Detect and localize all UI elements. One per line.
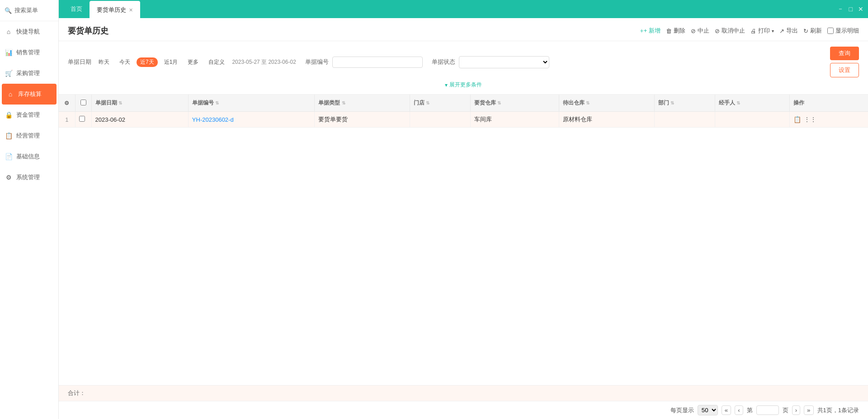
export-button[interactable]: ↗ 导出 [779,27,798,35]
row-doc-type: 要货单要货 [315,112,410,128]
shortcut-last7days[interactable]: 近7天 [137,57,158,67]
next-page-button[interactable]: › [792,405,800,415]
first-page-button[interactable]: « [722,405,731,415]
sidebar-item-sales[interactable]: 📊 销售管理 [0,42,58,63]
main-area: 首页 要货单历史 ✕ － □ ✕ 要货单历史 ＋ + 新增 🗑 删除 [59,0,868,419]
row-checkbox-cell[interactable] [75,112,91,128]
sort-icon: ⇅ [215,100,219,105]
sidebar-item-quick-nav[interactable]: ⌂ 快捷导航 [0,21,58,42]
row-doc-number: YH-20230602-d [188,112,314,128]
th-checkbox[interactable] [75,95,91,112]
settings-button[interactable]: 设置 [830,63,859,77]
per-page-select[interactable]: 50 [698,405,718,415]
sort-icon: ⇅ [586,100,590,105]
filter-doc-date: 单据日期 昨天 今天 近7天 近1月 更多 自定义 2023-05-27 至 2… [68,57,296,67]
print-button[interactable]: 🖨 打印 ▾ [750,27,774,35]
sort-icon: ⇅ [426,100,429,105]
th-doc-date[interactable]: 单据日期 ⇅ [91,95,188,112]
cancel-stop-icon: ⊘ [715,28,720,34]
sidebar-item-inventory[interactable]: ⌂ 库存核算 [2,84,57,105]
shortcut-custom[interactable]: 自定义 [205,57,228,67]
sidebar-search[interactable]: 🔍 搜索菜单 [0,0,58,21]
filter-area: 单据日期 昨天 今天 近7天 近1月 更多 自定义 2023-05-27 至 2… [59,41,868,95]
shortcut-today[interactable]: 今天 [116,57,134,67]
print-dropdown-icon[interactable]: ▾ [772,29,774,33]
tab-close-icon[interactable]: ✕ [129,7,133,13]
sort-icon: ⇅ [670,100,674,105]
row-req-warehouse: 车间库 [471,112,559,128]
more-icon[interactable]: ⋮⋮ [804,116,816,123]
display-cells-checkbox[interactable] [827,28,834,34]
prev-page-button[interactable]: ‹ [735,405,743,415]
settings-icon: ⚙ [64,100,69,106]
th-department[interactable]: 部门 ⇅ [654,95,715,112]
select-all-checkbox[interactable] [80,100,86,105]
last-page-button[interactable]: » [804,405,813,415]
stop-icon: ⊘ [691,28,696,34]
stop-button[interactable]: ⊘ 中止 [691,27,709,35]
tab-home-label: 首页 [71,5,82,13]
row-num: 1 [59,112,75,128]
sidebar-item-purchase[interactable]: 🛒 采购管理 [0,63,58,84]
page-title: 要货单历史 [68,25,108,36]
th-settings[interactable]: ⚙ [59,95,75,112]
view-icon[interactable]: 📋 [793,116,801,123]
maximize-button[interactable]: □ [849,5,853,13]
minimize-button[interactable]: － [837,5,844,13]
th-store[interactable]: 门店 ⇅ [410,95,470,112]
sort-icon: ⇅ [342,100,345,105]
sidebar-item-operations[interactable]: 📋 经营管理 [0,125,58,146]
sidebar-item-system[interactable]: ⚙ 系统管理 [0,167,58,188]
sort-icon: ⇅ [736,100,740,105]
sidebar-item-label: 采购管理 [16,69,40,77]
sidebar-item-label: 系统管理 [16,173,40,181]
sidebar-item-label: 快捷导航 [16,28,40,36]
refresh-icon: ↻ [803,28,808,34]
page: 要货单历史 ＋ + 新增 🗑 删除 ⊘ 中止 ⊘ 取消中止 [59,18,868,419]
main-table: ⚙ 单据日期 ⇅ 单据编号 ⇅ [59,95,868,128]
filter-doc-status: 单据状态 [432,56,549,68]
expand-more-button[interactable]: ▾ 展开更多条件 [445,81,482,89]
query-button[interactable]: 查询 [830,47,859,60]
th-doc-type[interactable]: 单据类型 ⇅ [315,95,410,112]
display-cells-toggle[interactable]: 显示明细 [827,27,859,35]
sort-icon: ⇅ [118,100,122,105]
cancel-stop-button[interactable]: ⊘ 取消中止 [715,27,745,35]
add-button[interactable]: ＋ + 新增 [639,27,660,35]
sidebar-item-base-info[interactable]: 📄 基础信息 [0,146,58,167]
row-checkbox[interactable] [79,116,85,122]
table-footer: 合计： [59,385,868,401]
th-handler[interactable]: 经手人 ⇅ [715,95,789,112]
page-header: 要货单历史 ＋ + 新增 🗑 删除 ⊘ 中止 ⊘ 取消中止 [59,18,868,41]
shortcut-more[interactable]: 更多 [184,57,202,67]
close-button[interactable]: ✕ [858,5,863,13]
lock-icon: 🔒 [5,111,13,119]
sidebar-item-finance[interactable]: 🔒 资金管理 [0,105,58,125]
shortcut-last-month[interactable]: 近1月 [160,57,182,67]
refresh-button[interactable]: ↻ 刷新 [803,27,822,35]
delete-icon: 🗑 [666,28,672,34]
th-doc-number[interactable]: 单据编号 ⇅ [188,95,314,112]
shortcut-yesterday[interactable]: 昨天 [95,57,113,67]
doc-icon: 📄 [5,152,13,161]
doc-number-link[interactable]: YH-20230602-d [192,116,234,123]
row-department [654,112,715,128]
per-page-label: 每页显示 [670,406,694,414]
th-req-warehouse[interactable]: 要货仓库 ⇅ [471,95,559,112]
expand-more-row: ▾ 展开更多条件 [68,81,859,89]
tab-requisition-history[interactable]: 要货单历史 ✕ [90,1,140,19]
sort-icon: ⇅ [497,100,501,105]
tab-home[interactable]: 首页 [63,0,90,18]
page-number-input[interactable]: 1 [756,405,779,415]
filter-row-1: 单据日期 昨天 今天 近7天 近1月 更多 自定义 2023-05-27 至 2… [68,47,859,77]
doc-status-select[interactable] [459,56,549,68]
operations-icon: 📋 [5,132,13,140]
th-pending-warehouse[interactable]: 待出仓库 ⇅ [559,95,655,112]
delete-button[interactable]: 🗑 删除 [666,27,685,35]
print-icon: 🖨 [750,28,756,34]
sidebar-search-label: 搜索菜单 [14,6,38,14]
doc-number-input[interactable] [332,57,423,68]
tabs-bar: 首页 要货单历史 ✕ － □ ✕ [59,0,868,18]
th-operation: 操作 [790,95,868,112]
toolbar: ＋ + 新增 🗑 删除 ⊘ 中止 ⊘ 取消中止 🖨 打印 [639,27,859,35]
